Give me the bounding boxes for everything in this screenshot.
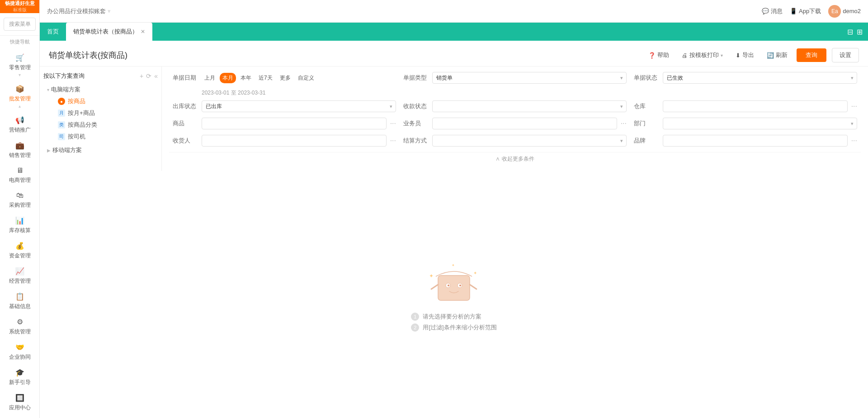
hint-1-text: 请先选择要分析的方案 [423, 313, 481, 321]
filter-area: 按以下方案查询 + ⟳ « ▾ 电脑端方案 ● 按 [40, 66, 868, 171]
sidebar: 畅捷通好生意 标准版 搜索菜单 快捷导航 🛒 零售管理 ▾ 📦 批发管理 ▴ 📢… [0, 0, 40, 418]
tab-close-icon[interactable]: ✕ [141, 28, 145, 35]
refresh-btn[interactable]: 🔄 刷新 [763, 49, 791, 61]
date-this-month[interactable]: 本月 [220, 73, 236, 83]
sidebar-item-system[interactable]: ⚙ 系统管理 [0, 314, 39, 339]
app-download-btn[interactable]: 📱 App下载 [790, 7, 821, 15]
search-menu-button[interactable]: 搜索菜单 [4, 18, 36, 31]
main-area: 办公用品行业模拟账套 ▾ 💬 消息 📱 App下载 Ea demo2 首页 [40, 0, 868, 418]
warehouse-dots[interactable]: ··· [851, 102, 857, 110]
tree-pc-children: ● 按商品 月 按月+商品 类 按商品分类 司 [43, 95, 158, 142]
date-this-year[interactable]: 本年 [238, 73, 254, 83]
sidebar-item-corp[interactable]: 🤝 企业协同 [0, 339, 39, 365]
product-dots[interactable]: ··· [390, 119, 396, 128]
add-scheme-icon[interactable]: + [140, 72, 143, 80]
tree-group-mobile-header[interactable]: ▶ 移动端方案 [43, 144, 158, 156]
tree-item-by-month[interactable]: 月 按月+商品 [54, 107, 158, 119]
filter-row-1: 单据日期 上月 本月 本年 近7天 更多 自定义 [169, 72, 861, 84]
doc-type-select[interactable]: 销货单 [432, 72, 627, 84]
date-custom[interactable]: 自定义 [295, 73, 317, 83]
sidebar-item-guide[interactable]: 🎓 新手引导 [0, 365, 39, 390]
guide-icon: 🎓 [15, 368, 24, 377]
ops-icon: 📈 [15, 267, 24, 276]
export-btn[interactable]: ⬇ 导出 [732, 49, 758, 61]
sidebar-item-stock-label: 库存核算 [9, 227, 31, 234]
out-status-select[interactable]: 已出库 [202, 100, 396, 112]
sidebar-search[interactable]: 搜索菜单 [0, 13, 39, 36]
settings-button[interactable]: 设置 [832, 48, 859, 62]
consignee-dots[interactable]: ··· [390, 137, 396, 145]
finance-icon: 💰 [15, 242, 24, 250]
dept-select[interactable] [663, 118, 857, 129]
product-label: 商品 [173, 119, 198, 128]
tree-toggle-pc: ▾ [47, 87, 49, 92]
user-btn[interactable]: Ea demo2 [828, 5, 861, 18]
collapse-scheme-icon[interactable]: « [154, 72, 158, 80]
ecom-icon: 🖥 [16, 166, 24, 175]
tab-expand-icon[interactable]: ⊞ [857, 28, 863, 36]
payment-select[interactable] [432, 135, 627, 147]
tabs-bar: 首页 销货单统计表（按商品） ✕ ⊟ ⊞ [40, 23, 868, 41]
doc-status-select[interactable]: 已生效 [663, 72, 857, 84]
consignee-input[interactable] [202, 135, 387, 147]
sidebar-item-purchase[interactable]: 🛍 采购管理 [0, 188, 39, 213]
app-download-label: App下载 [799, 7, 821, 15]
sidebar-item-sales[interactable]: 💼 销售管理 [0, 138, 39, 163]
collapse-more-btn[interactable]: ∧ 收起更多条件 [169, 152, 861, 166]
sidebar-item-finance[interactable]: 💰 资金管理 [0, 238, 39, 263]
workspace-title: 办公用品行业模拟账套 ▾ [47, 7, 111, 15]
sidebar-item-wechat[interactable]: 💬 企业微信 [0, 415, 39, 418]
left-panel-header: 按以下方案查询 + ⟳ « [43, 72, 158, 80]
tree-item-by-cashier[interactable]: 司 按司机 [54, 131, 158, 142]
filter-row-3: 商品 ··· 业务员 ··· 部门 [169, 118, 861, 129]
sidebar-item-basic[interactable]: 📋 基础信息 [0, 289, 39, 314]
tab-active[interactable]: 销货单统计表（按商品） ✕ [66, 23, 152, 41]
tab-home[interactable]: 首页 [40, 23, 66, 41]
top-header: 办公用品行业模拟账套 ▾ 💬 消息 📱 App下载 Ea demo2 [40, 0, 868, 23]
print-btn[interactable]: 🖨 按模板打印 ▾ [678, 49, 726, 61]
filter-date: 单据日期 上月 本月 本年 近7天 更多 自定义 [169, 73, 400, 83]
doc-type-label: 单据类型 [403, 74, 429, 82]
tab-minimize-icon[interactable]: ⊟ [847, 28, 853, 36]
sidebar-item-wholesale-label: 批发管理 [9, 95, 31, 103]
tree-item-by-category[interactable]: 类 按商品分类 [54, 119, 158, 131]
quick-nav-label[interactable]: 快捷导航 [0, 36, 39, 48]
tree-group-pc-header[interactable]: ▾ 电脑端方案 [43, 84, 158, 95]
by-product-label: 按商品 [68, 97, 85, 105]
sidebar-item-purchase-label: 采购管理 [9, 201, 31, 209]
help-btn[interactable]: ❓ 帮助 [645, 49, 673, 61]
brand-dots[interactable]: ··· [851, 137, 857, 145]
sidebar-item-retail[interactable]: 🛒 零售管理 ▾ [0, 50, 39, 81]
sidebar-item-apps[interactable]: 🔲 应用中心 [0, 390, 39, 415]
salesperson-dots[interactable]: ··· [621, 119, 627, 128]
refresh-scheme-icon[interactable]: ⟳ [146, 72, 151, 80]
svg-text:✦: ✦ [473, 271, 477, 276]
sidebar-item-stock[interactable]: 📊 库存核算 [0, 213, 39, 238]
system-icon: ⚙ [17, 318, 23, 326]
user-name: demo2 [843, 8, 861, 14]
stock-icon: 📊 [15, 216, 24, 225]
sidebar-item-marketing[interactable]: 📢 营销推广 [0, 112, 39, 138]
warehouse-input[interactable] [663, 100, 848, 112]
date-7days[interactable]: 近7天 [256, 73, 275, 83]
brand-input[interactable] [663, 135, 848, 147]
sidebar-item-wholesale[interactable]: 📦 批发管理 ▴ [0, 81, 39, 112]
date-last-month[interactable]: 上月 [202, 73, 218, 83]
message-btn[interactable]: 💬 消息 [762, 7, 783, 15]
date-more[interactable]: 更多 [277, 73, 293, 83]
salesperson-input[interactable] [432, 118, 617, 129]
sidebar-item-guide-label: 新手引导 [9, 379, 31, 386]
svg-rect-0 [438, 276, 470, 300]
empty-hint-2: 2 用[过滤]条件来缩小分析范围 [411, 323, 496, 332]
sidebar-item-retail-label: 零售管理 [9, 64, 31, 71]
sidebar-item-ecom[interactable]: 🖥 电商管理 [0, 163, 39, 188]
filter-consignee: 收货人 ··· [169, 135, 400, 147]
receipt-status-select[interactable] [432, 100, 627, 112]
sidebar-item-ops[interactable]: 📈 经营管理 [0, 263, 39, 289]
purchase-icon: 🛍 [16, 191, 24, 200]
query-button[interactable]: 查询 [797, 48, 826, 62]
retail-icon: 🛒 [15, 53, 24, 62]
tree-item-by-product[interactable]: ● 按商品 [54, 95, 158, 107]
corp-icon: 🤝 [15, 343, 24, 352]
product-input[interactable] [202, 118, 387, 129]
